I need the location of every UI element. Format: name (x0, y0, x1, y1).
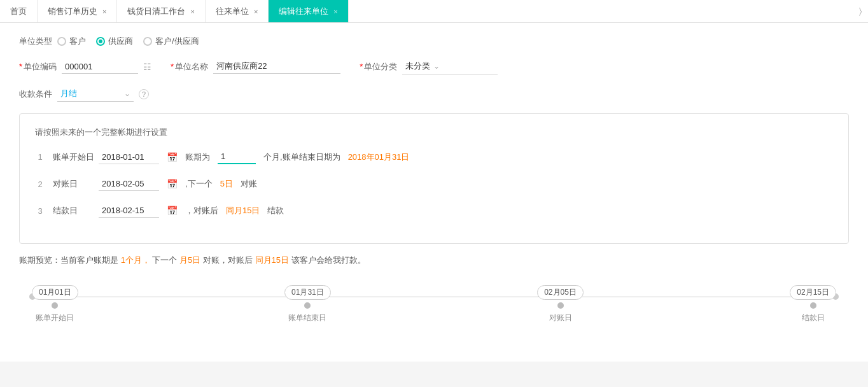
reconcile-date-input[interactable] (99, 177, 159, 191)
preview-highlight3: 同月15日 (255, 255, 289, 265)
payment-terms-dropdown[interactable]: 月结 ⌄ (57, 86, 134, 102)
tab-cash-work[interactable]: 钱货日清工作台 × (117, 0, 205, 22)
preview-highlight1: 1个月， (121, 255, 150, 265)
preview-suffix: 该客户会给我打款。 (291, 255, 366, 265)
timeline-node-4: 02月15日 结款日 (790, 285, 836, 323)
unit-type-label: 单位类型 (19, 36, 52, 47)
unit-category-label: *单位分类 (360, 61, 397, 73)
payment-terms-label: 收款条件 (19, 88, 52, 100)
timeline-node-2: 01月31日 账单结束日 (284, 285, 331, 323)
tab-bar: 首页 销售订单历史 × 钱货日清工作台 × 往来单位 × 编辑往来单位 × 〉 (0, 0, 868, 23)
radio-both[interactable]: 客户/供应商 (143, 36, 199, 47)
row-num-3: 3 (35, 206, 45, 216)
category-arrow-icon: ⌄ (433, 62, 440, 71)
node-dot-2 (304, 302, 311, 309)
node-date-2: 01月31日 (284, 285, 331, 300)
timeline-node-1: 01月01日 账单开始日 (32, 285, 78, 323)
unit-type-field: 单位类型 客户 供应商 客户/供应商 (19, 36, 199, 47)
payment-date-input[interactable] (99, 204, 159, 218)
period-unit: 个月,账单结束日期为 (263, 151, 340, 163)
main-content: 单位类型 客户 供应商 客户/供应商 *单位编码 (0, 23, 868, 362)
radio-circle-both (143, 37, 152, 46)
radio-circle-supplier (96, 37, 105, 46)
reconcile-suffix: 对账 (241, 178, 257, 190)
tab-close-cash[interactable]: × (190, 8, 194, 15)
payment-prefix: ，对账后 (185, 205, 218, 216)
end-date-highlight: 2018年01月31日 (348, 151, 410, 163)
start-date-input[interactable] (99, 150, 159, 164)
payment-terms-value: 月结 (60, 88, 121, 99)
tab-close-edit[interactable]: × (333, 8, 337, 15)
preview-middle1: 下一个 (152, 255, 177, 265)
tab-partners[interactable]: 往来单位 × (206, 0, 269, 22)
tab-close-sales[interactable]: × (102, 8, 106, 15)
node-dot-4 (810, 302, 816, 309)
row-num-1: 1 (35, 152, 45, 162)
node-date-4: 02月15日 (790, 285, 836, 300)
node-label-4: 结款日 (802, 313, 825, 323)
preview-middle2: 对账，对账后 (203, 255, 253, 265)
node-date-3: 02月05日 (537, 285, 584, 300)
tab-home[interactable]: 首页 (0, 0, 38, 22)
setting-title: 请按照未来的一个完整帐期进行设置 (35, 127, 833, 138)
node-dot-3 (557, 302, 564, 309)
calendar-icon-3[interactable]: 📅 (167, 206, 178, 216)
setting-row-2: 2 对账日 📅 ,下一个 5日 对账 (35, 177, 833, 191)
unit-name-input[interactable] (213, 60, 340, 74)
radio-customer[interactable]: 客户 (57, 36, 86, 47)
reconcile-day-highlight: 5日 (220, 178, 233, 190)
copy-icon[interactable]: ☷ (143, 62, 151, 72)
timeline-nodes: 01月01日 账单开始日 01月31日 账单结束日 02月05日 对账日 02月… (32, 285, 836, 323)
tab-more-arrow[interactable]: 〉 (853, 0, 868, 22)
unit-name-label: *单位名称 (171, 61, 208, 73)
timeline-node-3: 02月05日 对账日 (537, 285, 584, 323)
period-input[interactable] (218, 150, 256, 164)
period-label: 账期为 (185, 151, 210, 163)
row-label-3: 结款日 (53, 205, 91, 216)
timeline-section: 01月01日 账单开始日 01月31日 账单结束日 02月05日 对账日 02月… (19, 280, 849, 349)
setting-row-1: 1 账单开始日 📅 账期为 个月,账单结束日期为 2018年01月31日 (35, 150, 833, 164)
setting-box: 请按照未来的一个完整帐期进行设置 1 账单开始日 📅 账期为 个月,账单结束日期… (19, 113, 849, 244)
unit-category-dropdown[interactable]: 未分类 ⌄ (402, 59, 498, 74)
unit-code-label: *单位编码 (19, 61, 57, 73)
row-label-2: 对账日 (53, 178, 91, 190)
calendar-icon-2[interactable]: 📅 (167, 179, 178, 189)
unit-code-input[interactable] (62, 60, 138, 74)
payment-terms-field: 收款条件 月结 ⌄ ? (19, 86, 149, 102)
preview-text: 账期预览：当前客户账期是 1个月， 下一个 月5日 对账，对账后 同月15日 该… (19, 254, 849, 267)
node-date-1: 01月01日 (32, 285, 78, 300)
payment-terms-row: 收款条件 月结 ⌄ ? (19, 86, 849, 102)
unit-category-field: *单位分类 未分类 ⌄ (360, 59, 498, 74)
radio-circle-customer (57, 37, 66, 46)
calendar-icon-1[interactable]: 📅 (167, 152, 178, 162)
unit-code-field: *单位编码 ☷ (19, 60, 151, 74)
setting-row-3: 3 结款日 📅 ，对账后 同月15日 结款 (35, 204, 833, 218)
unit-name-field: *单位名称 (171, 60, 340, 74)
row-num-2: 2 (35, 179, 45, 189)
row-label-1: 账单开始日 (53, 151, 91, 163)
node-label-2: 账单结束日 (288, 313, 326, 323)
help-icon[interactable]: ? (139, 89, 149, 99)
tab-edit-partner[interactable]: 编辑往来单位 × (269, 0, 348, 22)
tab-sales-history[interactable]: 销售订单历史 × (38, 0, 117, 22)
preview-highlight2: 月5日 (179, 255, 200, 265)
payment-suffix: 结款 (267, 205, 284, 216)
tab-close-partners[interactable]: × (254, 8, 258, 15)
radio-supplier[interactable]: 供应商 (96, 36, 133, 47)
radio-group-unit-type: 客户 供应商 客户/供应商 (57, 36, 199, 47)
node-label-3: 对账日 (549, 313, 572, 323)
unit-type-row: 单位类型 客户 供应商 客户/供应商 (19, 36, 849, 47)
payment-day-highlight: 同月15日 (226, 205, 260, 216)
payment-terms-arrow-icon: ⌄ (124, 89, 130, 98)
node-dot-1 (52, 302, 58, 309)
preview-prefix: 账期预览：当前客户账期是 (19, 255, 118, 265)
node-label-1: 账单开始日 (36, 313, 74, 323)
unit-info-row: *单位编码 ☷ *单位名称 *单位分类 未分类 ⌄ (19, 59, 849, 74)
reconcile-prefix: ,下一个 (185, 178, 213, 190)
